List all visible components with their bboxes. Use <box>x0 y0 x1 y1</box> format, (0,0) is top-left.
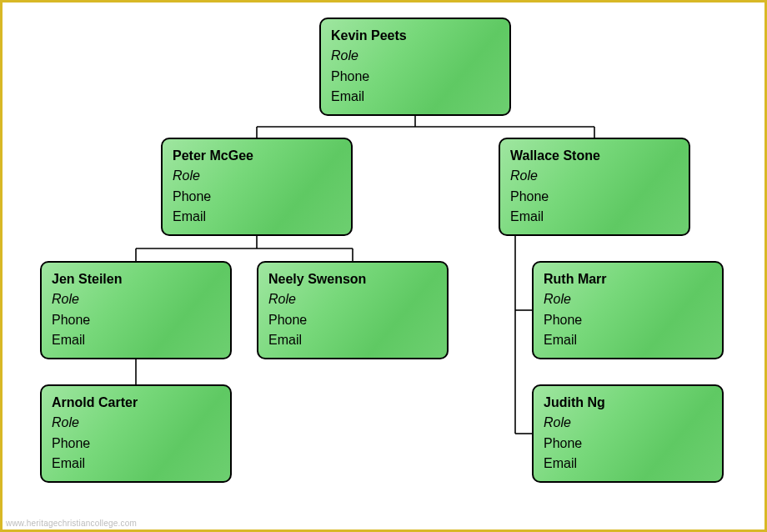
node-email: Email <box>52 455 220 473</box>
node-role: Role <box>510 168 679 185</box>
node-phone: Phone <box>52 435 220 453</box>
node-judith-ng: Judith Ng Role Phone Email <box>532 384 724 483</box>
node-arnold-carter: Arnold Carter Role Phone Email <box>40 384 232 483</box>
node-name: Peter McGee <box>173 148 341 165</box>
node-ruth-marr: Ruth Marr Role Phone Email <box>532 261 724 359</box>
watermark: www.heritagechristiancollege.com <box>6 519 137 528</box>
node-name: Jen Steilen <box>52 271 220 289</box>
node-phone: Phone <box>52 312 220 329</box>
node-phone: Phone <box>544 312 712 329</box>
node-role: Role <box>52 291 220 309</box>
node-role: Role <box>173 168 341 185</box>
node-name: Neely Swenson <box>268 271 437 289</box>
node-peter-mcgee: Peter McGee Role Phone Email <box>161 138 353 236</box>
node-email: Email <box>268 332 437 349</box>
node-phone: Phone <box>268 312 437 329</box>
node-phone: Phone <box>544 435 712 453</box>
node-email: Email <box>544 332 712 349</box>
node-name: Arnold Carter <box>52 394 220 412</box>
node-jen-steilen: Jen Steilen Role Phone Email <box>40 261 232 359</box>
node-phone: Phone <box>173 188 341 206</box>
node-role: Role <box>52 414 220 432</box>
node-role: Role <box>331 48 499 65</box>
node-role: Role <box>544 291 712 309</box>
node-neely-swenson: Neely Swenson Role Phone Email <box>257 261 449 359</box>
org-chart-frame: Kevin Peets Role Phone Email Peter McGee… <box>0 0 767 532</box>
node-email: Email <box>52 332 220 349</box>
node-email: Email <box>173 208 341 226</box>
node-email: Email <box>510 208 679 226</box>
node-phone: Phone <box>331 68 499 86</box>
node-wallace-stone: Wallace Stone Role Phone Email <box>499 138 690 236</box>
node-email: Email <box>331 88 499 106</box>
node-role: Role <box>544 414 712 432</box>
node-name: Ruth Marr <box>544 271 712 289</box>
node-role: Role <box>268 291 437 309</box>
node-name: Kevin Peets <box>331 28 499 45</box>
node-kevin-peets: Kevin Peets Role Phone Email <box>319 18 511 116</box>
node-phone: Phone <box>510 188 679 206</box>
node-email: Email <box>544 455 712 473</box>
node-name: Wallace Stone <box>510 148 679 165</box>
node-name: Judith Ng <box>544 394 712 412</box>
